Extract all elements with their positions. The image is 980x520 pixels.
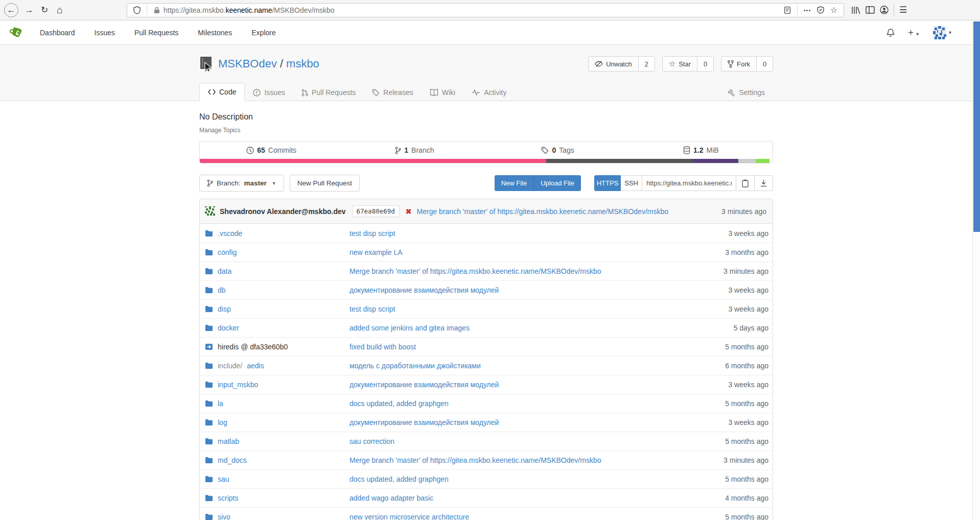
commit-message-link[interactable]: Merge branch 'master' of https://gitea.m… <box>349 267 601 275</box>
protections-shield-icon[interactable] <box>814 4 827 17</box>
repo-name-link[interactable]: mskbo <box>286 57 319 70</box>
https-toggle-button[interactable]: HTTPS <box>594 175 621 191</box>
nav-item-explore[interactable]: Explore <box>251 29 275 37</box>
table-row: input_mskbo документирование взаимодейст… <box>200 375 773 394</box>
back-icon[interactable]: ← <box>4 3 18 17</box>
page-scrollbar[interactable] <box>972 21 980 520</box>
file-name-link[interactable]: log <box>218 418 227 427</box>
home-icon[interactable]: ⌂ <box>52 3 67 18</box>
ssh-toggle-button[interactable]: SSH <box>621 175 642 191</box>
page-actions-icon[interactable]: ••• <box>801 4 814 17</box>
commit-message-link[interactable]: new version microservice architecture <box>349 513 469 520</box>
fork-icon <box>728 60 734 68</box>
file-name-link[interactable]: disp <box>218 305 231 313</box>
tab-settings[interactable]: Settings <box>720 84 773 101</box>
commit-message-link[interactable]: документирование взаимодействия модулей <box>349 381 499 389</box>
file-name-link[interactable]: input_mskbo <box>218 381 258 389</box>
user-avatar[interactable]: ▼ <box>933 26 952 39</box>
table-row: md_docs Merge branch 'master' of https:/… <box>200 451 773 469</box>
tags-stat[interactable]: 0Tags <box>486 141 629 159</box>
commit-message-link[interactable]: документирование взаимодействия модулей <box>349 286 499 294</box>
commit-message-link[interactable]: fixed build with boost <box>349 343 416 351</box>
commits-stat[interactable]: 65Commits <box>200 141 343 159</box>
commit-message-link[interactable]: модель с доработанными джойстиками <box>349 362 481 370</box>
file-name-link[interactable]: db <box>218 286 226 294</box>
tab-pull-requests[interactable]: Pull Requests <box>293 84 364 101</box>
database-icon <box>683 146 690 154</box>
tab-releases[interactable]: Releases <box>364 84 421 101</box>
tab-activity[interactable]: Activity <box>463 84 515 101</box>
sidebar-icon[interactable] <box>866 6 875 14</box>
gitea-logo[interactable] <box>9 25 25 40</box>
file-buttons-group: New File Upload File <box>495 175 581 191</box>
commit-message-link[interactable]: added some jenkins and gitea images <box>349 324 470 332</box>
folder-icon <box>205 229 213 238</box>
reader-mode-icon[interactable] <box>781 4 794 17</box>
file-name-link[interactable]: sivo <box>218 513 230 520</box>
nav-item-issues[interactable]: Issues <box>95 29 115 37</box>
url-bar[interactable]: https://gitea.mskbo.keenetic.name/MSKBOd… <box>127 3 844 17</box>
tab-wiki[interactable]: Wiki <box>422 84 463 101</box>
copy-url-button[interactable] <box>736 175 755 191</box>
forward-icon[interactable]: → <box>21 3 37 18</box>
commit-message-link[interactable]: added wago adapter basic <box>349 494 433 502</box>
scrollbar-thumb[interactable] <box>973 21 980 232</box>
upload-file-button[interactable]: Upload File <box>534 175 581 191</box>
download-button[interactable] <box>755 175 773 191</box>
nav-item-pull-requests[interactable]: Pull Requests <box>134 29 178 37</box>
file-name-link[interactable]: data <box>218 267 231 275</box>
table-row: la docs updated, added graphgen 5 months… <box>200 394 773 413</box>
commit-status-failed-icon[interactable]: ✖ <box>406 207 412 216</box>
nav-item-dashboard[interactable]: Dashboard <box>40 29 75 37</box>
reload-icon[interactable]: ↻ <box>37 3 52 18</box>
commit-message-link[interactable]: new example LA <box>349 248 403 256</box>
clipboard-icon <box>742 179 749 187</box>
repo-owner-link[interactable]: MSKBOdev <box>218 57 277 70</box>
create-new-button[interactable]: +▼ <box>908 27 920 38</box>
file-name-link[interactable]: matlab <box>218 437 239 445</box>
folder-icon <box>205 381 213 389</box>
file-name-link[interactable]: sau <box>218 475 229 483</box>
fork-button[interactable]: Fork 0 <box>721 56 773 72</box>
unwatch-button[interactable]: Unwatch 2 <box>588 56 655 72</box>
gitea-main-menu: Dashboard Issues Pull Requests Milestone… <box>40 29 276 37</box>
commit-sha-link[interactable]: 67ea80e69d <box>352 205 400 217</box>
commit-message-link[interactable]: test disp script <box>349 229 395 238</box>
latest-commit-message-link[interactable]: Merge branch 'master' of https://gitea.m… <box>417 207 668 216</box>
branch-selector[interactable]: Branch:master ▼ <box>199 175 284 192</box>
file-name-link[interactable]: .vscode <box>218 229 242 238</box>
repo-action-buttons: Unwatch 2 ☆ Star 0 Fork <box>588 56 773 72</box>
commit-message-link[interactable]: документирование взаимодействия модулей <box>349 418 499 427</box>
manage-topics-link[interactable]: Manage Topics <box>199 127 773 134</box>
library-icon[interactable] <box>851 6 860 14</box>
file-name-link[interactable]: scripts <box>218 494 238 502</box>
account-icon[interactable] <box>880 6 889 14</box>
tracking-shield-icon[interactable] <box>130 4 144 17</box>
lock-icon <box>150 4 164 17</box>
commit-message-link[interactable]: sau correction <box>349 437 394 445</box>
new-file-button[interactable]: New File <box>495 175 534 191</box>
commit-message-link[interactable]: docs updated, added graphgen <box>349 475 449 483</box>
star-button[interactable]: ☆ Star 0 <box>662 56 714 72</box>
url-text[interactable]: https://gitea.mskbo.keenetic.name/MSKBOd… <box>164 6 781 14</box>
notifications-bell-icon[interactable] <box>886 28 895 37</box>
file-name-link[interactable]: md_docs <box>218 456 247 464</box>
file-updated-time: 3 minutes ago <box>686 267 773 275</box>
table-row: .vscode test disp script 3 weeks ago <box>200 224 773 243</box>
repo-description: No Description <box>199 112 773 122</box>
file-name-link[interactable]: la <box>218 399 223 408</box>
file-name-link[interactable]: config <box>218 248 237 256</box>
tab-code[interactable]: Code <box>199 83 245 101</box>
commit-message-link[interactable]: docs updated, added graphgen <box>349 399 449 408</box>
new-pull-request-button[interactable]: New Pull Request <box>290 175 360 192</box>
commit-message-link[interactable]: Merge branch 'master' of https://gitea.m… <box>349 456 601 464</box>
branches-stat[interactable]: 1Branch <box>343 141 486 159</box>
bookmark-star-icon[interactable]: ☆ <box>827 4 841 17</box>
nav-item-milestones[interactable]: Milestones <box>198 29 232 37</box>
clone-url-input[interactable] <box>642 175 736 191</box>
tab-issues[interactable]: Issues <box>245 84 293 101</box>
menu-hamburger-icon[interactable]: ☰ <box>899 5 907 15</box>
file-name-link[interactable]: aedis <box>247 362 264 370</box>
commit-message-link[interactable]: test disp script <box>349 305 395 313</box>
file-name-link[interactable]: docker <box>218 324 239 332</box>
